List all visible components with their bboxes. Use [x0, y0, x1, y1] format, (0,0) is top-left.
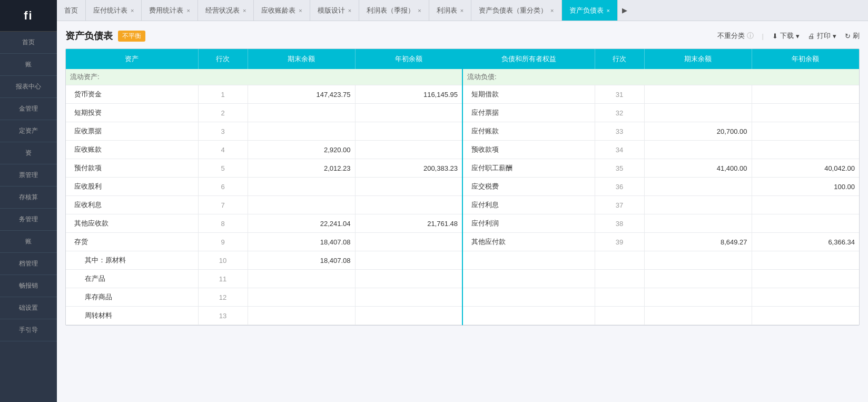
cell-end-balance2: [644, 178, 752, 196]
tab-profit-quarterly[interactable]: 利润表（季报） ×: [359, 0, 429, 21]
cell-start-balance2: [752, 251, 859, 270]
tab-payable-stat[interactable]: 应付统计表 ×: [86, 0, 142, 21]
tab-expense-stat[interactable]: 费用统计表 ×: [142, 0, 198, 21]
cell-row-num2: [595, 288, 644, 307]
cell-liability-name: [462, 270, 595, 288]
cell-start-balance2: [752, 122, 859, 141]
cell-end-balance: 2,920.00: [248, 141, 355, 159]
page-title: 资产负债表: [65, 30, 113, 42]
cell-start-balance2: [752, 288, 859, 307]
cell-start-balance: [355, 141, 462, 159]
cell-row-num2: 31: [595, 85, 644, 104]
cell-end-balance2: [644, 288, 752, 307]
cell-asset-name: 周转材料: [66, 307, 198, 325]
cell-start-balance: [355, 104, 462, 122]
section-header-current-assets: 流动资产: 流动负债:: [66, 69, 859, 85]
no-reclassify-btn[interactable]: 不重分类 ⓘ: [717, 31, 754, 41]
cell-end-balance: [248, 196, 355, 214]
sidebar-item-account[interactable]: 账: [0, 54, 57, 76]
tab-close-payable-stat[interactable]: ×: [131, 7, 134, 14]
cell-start-balance: [355, 288, 462, 307]
cell-end-balance2: [644, 307, 752, 325]
balance-sheet-table-container: 资产 行次 期末余额 年初余额 负债和所有者权益 行次 期末余额 年初余额 流动…: [65, 48, 860, 326]
sidebar-item-affairs[interactable]: 务管理: [0, 209, 57, 231]
cell-end-balance2: [644, 196, 752, 214]
cell-liability-name: 其他应付款: [462, 233, 595, 251]
cell-row-num: 3: [198, 122, 248, 141]
tab-balance-sheet[interactable]: 资产负债表 ×: [562, 0, 618, 21]
cell-row-num2: [595, 270, 644, 288]
cell-row-num2: 36: [595, 178, 644, 196]
tab-balance-reclassify[interactable]: 资产负债表（重分类） ×: [471, 0, 561, 21]
tab-close-receivable-age[interactable]: ×: [299, 7, 302, 14]
cell-start-balance2: [752, 141, 859, 159]
sidebar-item-home[interactable]: 首页: [0, 32, 57, 54]
cell-start-balance: [355, 270, 462, 288]
sidebar-item-archive[interactable]: 档管理: [0, 253, 57, 275]
cell-liability-name: 预收款项: [462, 141, 595, 159]
cell-row-num2: [595, 251, 644, 270]
cell-row-num2: 37: [595, 196, 644, 214]
tab-close-expense-stat[interactable]: ×: [186, 7, 190, 14]
sidebar-item-report-center[interactable]: 报表中心: [0, 76, 57, 98]
cell-liability-name: [462, 288, 595, 307]
cell-asset-name: 应收利息: [66, 196, 198, 214]
tab-close-operation-stat[interactable]: ×: [243, 7, 246, 14]
sidebar-item-capital[interactable]: 资: [0, 142, 57, 164]
sidebar-item-settings[interactable]: 础设置: [0, 297, 57, 319]
cell-row-num2: 33: [595, 122, 644, 141]
tab-receivable-age[interactable]: 应收账龄表 ×: [254, 0, 310, 21]
cell-start-balance: [355, 122, 462, 141]
cell-end-balance2: 41,400.00: [644, 159, 752, 178]
tab-operation-stat[interactable]: 经营状况表 ×: [198, 0, 254, 21]
balance-sheet-table: 资产 行次 期末余额 年初余额 负债和所有者权益 行次 期末余额 年初余额 流动…: [66, 49, 859, 325]
cell-row-num: 1: [198, 85, 248, 104]
tab-template-design[interactable]: 模版设计 ×: [310, 0, 359, 21]
cell-asset-name: 应收账款: [66, 141, 198, 159]
refresh-btn[interactable]: ↻ 刷: [845, 31, 860, 41]
cell-start-balance2: [752, 85, 859, 104]
help-icon[interactable]: ⓘ: [747, 31, 754, 41]
sidebar-item-ticket[interactable]: 票管理: [0, 164, 57, 187]
cell-start-balance2: 6,366.34: [752, 233, 859, 251]
sidebar-item-fixed-assets[interactable]: 定资产: [0, 120, 57, 142]
tab-scroll-right[interactable]: ▶: [618, 6, 632, 14]
header-row-num2: 行次: [595, 49, 644, 69]
tab-close-balance-sheet[interactable]: ×: [607, 7, 610, 14]
table-row: 应收票据 3 应付账款 33 20,700.00: [66, 122, 859, 141]
cell-row-num: 8: [198, 214, 248, 233]
sidebar-item-inventory[interactable]: 存核算: [0, 187, 57, 209]
download-btn[interactable]: ⬇ 下载 ▾: [772, 31, 800, 41]
cell-start-balance: [355, 196, 462, 214]
cell-asset-name: 库存商品: [66, 288, 198, 307]
sidebar-item-ledger[interactable]: 账: [0, 231, 57, 253]
refresh-icon: ↻: [845, 32, 851, 40]
tab-close-profit[interactable]: ×: [460, 7, 463, 14]
sidebar-item-expense[interactable]: 畅报销: [0, 275, 57, 297]
cell-row-num2: 39: [595, 233, 644, 251]
sidebar-item-guide[interactable]: 手引导: [0, 319, 57, 341]
tab-close-balance-reclassify[interactable]: ×: [550, 7, 554, 14]
cell-start-balance: 116,145.95: [355, 85, 462, 104]
cell-end-balance2: [644, 141, 752, 159]
sidebar-logo: fi: [0, 0, 57, 32]
tab-bar: 首页 应付统计表 × 费用统计表 × 经营状况表 × 应收账龄表 × 模版设计 …: [57, 0, 868, 21]
print-btn[interactable]: 🖨 打印 ▾: [808, 31, 836, 41]
cell-row-num: 6: [198, 178, 248, 196]
cell-row-num2: 34: [595, 141, 644, 159]
tab-close-template-design[interactable]: ×: [348, 7, 351, 14]
cell-end-balance2: [644, 251, 752, 270]
sidebar-item-finance[interactable]: 金管理: [0, 98, 57, 120]
cell-start-balance: [355, 178, 462, 196]
tab-home[interactable]: 首页: [57, 0, 86, 21]
table-row: 应收股利 6 应交税费 36 100.00: [66, 178, 859, 196]
cell-start-balance2: [752, 214, 859, 233]
header-liability: 负债和所有者权益: [462, 49, 595, 69]
cell-row-num: 5: [198, 159, 248, 178]
page-header: 资产负债表 不平衡 不重分类 ⓘ | ⬇ 下载 ▾ 🖨 打印 ▾: [65, 30, 860, 42]
download-arrow-icon: ▾: [796, 32, 800, 40]
tab-close-profit-quarterly[interactable]: ×: [418, 7, 421, 14]
tab-profit[interactable]: 利润表 ×: [429, 0, 471, 21]
cell-liability-name: 应付职工薪酬: [462, 159, 595, 178]
header-end-balance: 期末余额: [248, 49, 355, 69]
